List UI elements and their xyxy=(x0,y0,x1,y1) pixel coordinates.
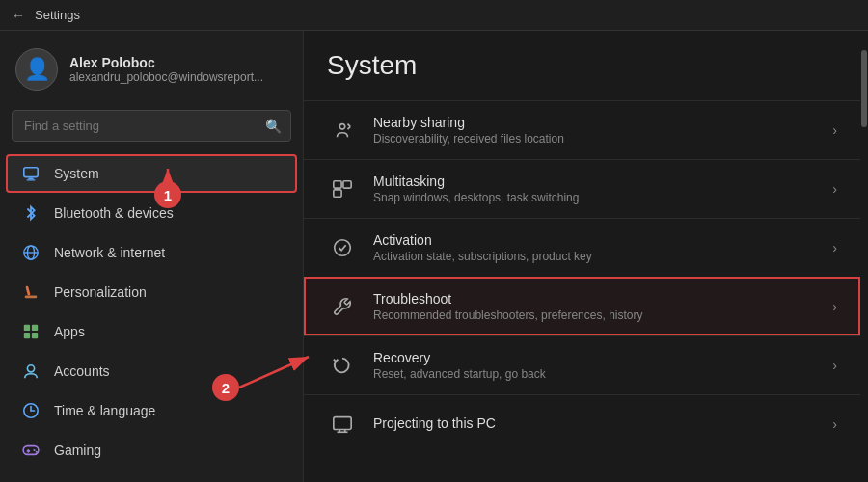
svg-rect-9 xyxy=(32,325,38,331)
svg-rect-0 xyxy=(24,168,38,177)
svg-point-25 xyxy=(335,240,351,256)
svg-rect-24 xyxy=(334,190,341,197)
settings-list: Nearby sharingDiscoverability, received … xyxy=(304,100,860,453)
setting-row-troubleshoot[interactable]: TroubleshootRecommended troubleshooters,… xyxy=(304,277,860,335)
content-area: System Nearby sharingDiscoverability, re… xyxy=(304,31,868,482)
profile-email: alexandru_poloboc@windowsreport... xyxy=(69,70,263,84)
sidebar-item-label-system: System xyxy=(54,166,99,181)
svg-rect-10 xyxy=(24,333,30,338)
time-icon xyxy=(21,401,41,420)
scrollbar[interactable] xyxy=(860,31,868,482)
svg-point-21 xyxy=(339,124,345,130)
sidebar-item-label-network: Network & internet xyxy=(54,245,165,260)
system-icon xyxy=(21,164,41,183)
sidebar-item-bluetooth[interactable]: Bluetooth & devices xyxy=(6,194,297,232)
svg-rect-8 xyxy=(24,325,30,331)
personalization-icon xyxy=(21,282,41,302)
titlebar: ← Settings xyxy=(0,0,868,31)
sidebar-item-time[interactable]: Time & language xyxy=(6,391,297,430)
profile-name: Alex Poloboc xyxy=(69,55,263,70)
setting-row-nearby-sharing[interactable]: Nearby sharingDiscoverability, received … xyxy=(304,100,860,159)
sidebar-item-label-gaming: Gaming xyxy=(54,442,101,458)
svg-rect-6 xyxy=(25,296,38,299)
scrollbar-thumb xyxy=(861,50,867,127)
nearby-sharing-title: Nearby sharing xyxy=(373,115,817,130)
setting-row-projecting[interactable]: Projecting to this PC› xyxy=(304,394,860,453)
sidebar-item-personalization[interactable]: Personalization xyxy=(6,273,297,311)
sidebar-item-gaming[interactable]: Gaming xyxy=(6,431,297,469)
back-button[interactable]: ← xyxy=(12,8,25,23)
sidebar-item-network[interactable]: Network & internet xyxy=(6,233,297,272)
svg-rect-16 xyxy=(23,446,39,455)
sidebar-item-label-bluetooth: Bluetooth & devices xyxy=(54,205,174,221)
gaming-icon xyxy=(21,441,41,460)
sidebar-item-apps[interactable]: Apps xyxy=(6,312,297,351)
nearby-sharing-icon xyxy=(327,115,358,146)
svg-rect-26 xyxy=(334,417,351,430)
sidebar-item-accounts[interactable]: Accounts xyxy=(6,352,297,390)
sidebar: 👤 Alex Poloboc alexandru_poloboc@windows… xyxy=(0,31,304,482)
multitasking-title: Multitasking xyxy=(373,174,817,189)
multitasking-subtitle: Snap windows, desktops, task switching xyxy=(373,191,817,204)
multitasking-icon xyxy=(327,174,358,204)
svg-rect-11 xyxy=(32,333,38,338)
apps-icon xyxy=(21,322,41,341)
projecting-title: Projecting to this PC xyxy=(373,415,817,431)
profile-info: Alex Poloboc alexandru_poloboc@windowsre… xyxy=(69,55,263,84)
svg-rect-23 xyxy=(343,181,351,188)
activation-subtitle: Activation state, subscriptions, product… xyxy=(373,250,817,263)
main-layout: 👤 Alex Poloboc alexandru_poloboc@windows… xyxy=(0,31,868,482)
sidebar-item-label-time: Time & language xyxy=(54,403,155,418)
network-icon xyxy=(21,243,41,262)
accounts-icon xyxy=(21,362,41,381)
activation-title: Activation xyxy=(373,232,817,248)
nearby-sharing-chevron: › xyxy=(832,122,837,138)
sidebar-item-system[interactable]: System xyxy=(6,154,297,193)
multitasking-text: MultitaskingSnap windows, desktops, task… xyxy=(373,174,817,204)
svg-point-20 xyxy=(36,451,38,453)
projecting-chevron: › xyxy=(832,416,837,432)
activation-chevron: › xyxy=(832,240,837,255)
search-box: 🔍 xyxy=(12,110,291,142)
sidebar-item-label-accounts: Accounts xyxy=(54,363,110,379)
sidebar-item-label-apps: Apps xyxy=(54,324,85,339)
troubleshoot-text: TroubleshootRecommended troubleshooters,… xyxy=(373,291,817,322)
nav-list: SystemBluetooth & devicesNetwork & inter… xyxy=(0,153,303,470)
multitasking-chevron: › xyxy=(832,181,837,197)
titlebar-title: Settings xyxy=(35,8,80,22)
svg-rect-7 xyxy=(25,286,30,296)
svg-point-12 xyxy=(27,365,34,372)
svg-rect-2 xyxy=(27,179,36,180)
troubleshoot-chevron: › xyxy=(832,299,837,314)
search-icon: 🔍 xyxy=(265,119,282,134)
bluetooth-icon xyxy=(21,203,41,223)
content: System Nearby sharingDiscoverability, re… xyxy=(304,31,860,482)
recovery-subtitle: Reset, advanced startup, go back xyxy=(373,367,817,381)
activation-text: ActivationActivation state, subscription… xyxy=(373,232,817,263)
avatar: 👤 xyxy=(15,48,58,91)
recovery-chevron: › xyxy=(832,358,837,373)
profile-section[interactable]: 👤 Alex Poloboc alexandru_poloboc@windows… xyxy=(0,31,303,106)
setting-row-multitasking[interactable]: MultitaskingSnap windows, desktops, task… xyxy=(304,159,860,218)
nearby-sharing-subtitle: Discoverability, received files location xyxy=(373,132,817,146)
recovery-text: RecoveryReset, advanced startup, go back xyxy=(373,350,817,381)
recovery-icon xyxy=(327,350,358,381)
activation-icon xyxy=(327,232,358,263)
setting-row-recovery[interactable]: RecoveryReset, advanced startup, go back… xyxy=(304,335,860,394)
page-title: System xyxy=(304,50,860,100)
troubleshoot-title: Troubleshoot xyxy=(373,291,817,307)
avatar-icon: 👤 xyxy=(24,57,50,82)
svg-rect-1 xyxy=(28,178,33,180)
svg-rect-22 xyxy=(334,181,341,188)
nearby-sharing-text: Nearby sharingDiscoverability, received … xyxy=(373,115,817,146)
svg-point-19 xyxy=(33,449,35,451)
search-input[interactable] xyxy=(12,110,291,142)
projecting-text: Projecting to this PC xyxy=(373,415,817,433)
projecting-icon xyxy=(327,409,358,440)
sidebar-item-label-personalization: Personalization xyxy=(54,284,147,300)
troubleshoot-subtitle: Recommended troubleshooters, preferences… xyxy=(373,308,817,322)
recovery-title: Recovery xyxy=(373,350,817,365)
troubleshoot-icon xyxy=(327,291,358,322)
setting-row-activation[interactable]: ActivationActivation state, subscription… xyxy=(304,218,860,277)
